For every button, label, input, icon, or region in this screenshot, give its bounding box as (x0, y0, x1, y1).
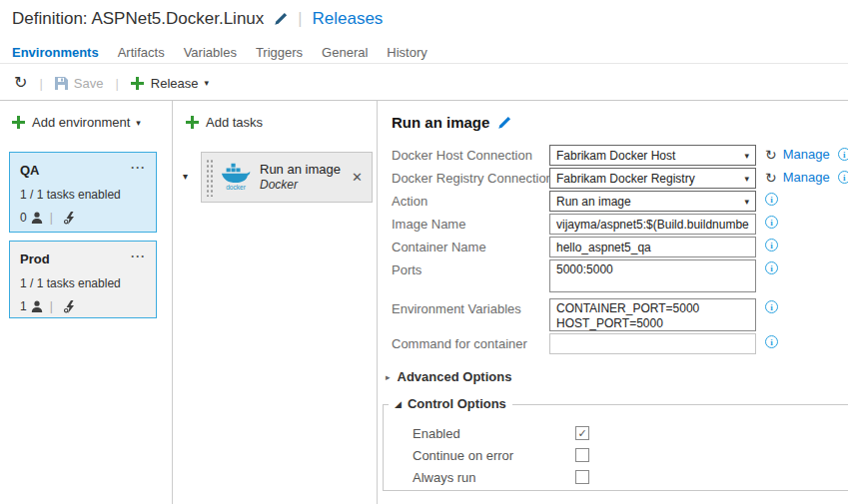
checkbox-row-enabled: Enabled ✓ (413, 425, 589, 441)
tab-environments[interactable]: Environments (12, 45, 99, 60)
approver-icon (31, 212, 43, 224)
info-icon[interactable]: i (765, 335, 778, 348)
tab-general[interactable]: General (322, 45, 368, 60)
svg-text:docker: docker (226, 184, 247, 191)
chevron-down-icon: ▾ (744, 197, 749, 207)
plus-icon (12, 116, 25, 129)
tab-triggers[interactable]: Triggers (256, 45, 303, 60)
info-icon[interactable]: i (765, 261, 778, 274)
releases-link[interactable]: Releases (312, 9, 383, 29)
advanced-options-label: Advanced Options (398, 369, 512, 384)
task-form-header: Run an image (392, 114, 511, 131)
field-label: Ports (392, 262, 422, 277)
refresh-button[interactable]: ↻ (14, 75, 27, 91)
enabled-checkbox[interactable]: ✓ (575, 426, 589, 440)
control-options-label: Control Options (408, 396, 506, 411)
toolbar: ↻ | Save | Release ▾ (0, 66, 848, 101)
rename-task-icon[interactable] (497, 116, 511, 130)
release-button[interactable]: Release ▾ (131, 76, 209, 91)
checkbox-label: Continue on error (413, 448, 575, 463)
field-label: Image Name (392, 217, 465, 232)
environment-card-qa[interactable]: QA ··· 1 / 1 tasks enabled 0 | (9, 152, 157, 233)
add-tasks-button[interactable]: Add tasks (186, 115, 263, 130)
field-label: Docker Host Connection (392, 148, 532, 163)
collapsed-triangle-icon: ▸ (386, 372, 391, 382)
environment-status-row: 1 | (20, 299, 146, 313)
refresh-connections-icon[interactable]: ↻ (765, 171, 777, 185)
plus-icon (131, 77, 144, 90)
environment-tasks-summary: 1 / 1 tasks enabled (20, 188, 146, 202)
tab-artifacts[interactable]: Artifacts (118, 45, 165, 60)
environment-tasks-summary: 1 / 1 tasks enabled (20, 276, 146, 290)
approver-count: 0 (20, 211, 27, 225)
plus-icon (186, 116, 199, 129)
field-label: Action (392, 194, 427, 209)
save-label: Save (74, 76, 104, 91)
advanced-options-section-toggle[interactable]: ▸ Advanced Options (386, 369, 511, 384)
container-name-input[interactable] (549, 237, 756, 257)
icon-divider: | (50, 211, 53, 225)
save-icon (55, 77, 68, 90)
page-header: Definition: ASPNet5.Docker.Linux | Relea… (12, 9, 383, 29)
release-label: Release (151, 76, 199, 91)
approver-icon (31, 300, 43, 312)
info-icon[interactable]: i (765, 216, 778, 229)
info-icon[interactable]: i (838, 148, 848, 161)
environment-name: Prod (20, 252, 50, 266)
panel-divider (172, 101, 173, 504)
selected-value: Fabrikam Docker Host (556, 149, 675, 163)
panel-divider (377, 101, 378, 504)
environment-menu-button[interactable]: ··· (131, 163, 146, 173)
environment-card-prod[interactable]: Prod ··· 1 / 1 tasks enabled 1 | (9, 241, 157, 318)
save-button[interactable]: Save (55, 76, 104, 91)
manage-link[interactable]: Manage (783, 170, 830, 185)
page-title: Definition: ASPNet5.Docker.Linux (12, 9, 264, 29)
manage-link[interactable]: Manage (783, 147, 830, 162)
environment-status-row: 0 | (20, 211, 146, 225)
checkbox-row-continue-on-error: Continue on error (413, 447, 589, 463)
docker-icon: docker (220, 160, 252, 196)
checkbox-row-always-run: Always run (413, 469, 589, 485)
docker-host-connection-select[interactable]: Fabrikam Docker Host ▾ (549, 145, 756, 166)
add-environment-button[interactable]: Add environment ▾ (12, 115, 141, 130)
info-icon[interactable]: i (838, 171, 848, 184)
environment-menu-button[interactable]: ··· (131, 252, 146, 261)
environment-name: QA (20, 163, 40, 178)
icon-divider: | (50, 299, 53, 313)
chevron-down-icon: ▾ (744, 174, 749, 184)
chevron-down-icon: ▾ (136, 118, 141, 128)
edit-definition-name-icon[interactable] (274, 12, 288, 26)
tab-variables[interactable]: Variables (184, 45, 237, 60)
task-card-run-an-image[interactable]: docker Run an image Docker ✕ (201, 152, 373, 203)
remove-task-icon[interactable]: ✕ (352, 170, 363, 185)
checkbox-label: Always run (413, 470, 575, 485)
command-for-container-input[interactable] (549, 333, 756, 354)
ports-textarea[interactable]: 5000:5000 (549, 259, 756, 292)
add-tasks-label: Add tasks (206, 115, 263, 130)
info-icon[interactable]: i (765, 300, 778, 313)
docker-registry-connection-select[interactable]: Fabrikam Docker Registry ▾ (549, 168, 756, 189)
action-select[interactable]: Run an image ▾ (549, 191, 756, 212)
trigger-icon (64, 300, 76, 313)
continue-on-error-checkbox[interactable] (575, 448, 589, 462)
info-icon[interactable]: i (765, 193, 778, 206)
toolbar-divider: | (115, 76, 118, 91)
image-name-input[interactable] (549, 214, 756, 235)
info-icon[interactable]: i (765, 239, 778, 252)
tab-history[interactable]: History (387, 45, 426, 60)
control-options-section-toggle[interactable]: ◢ Control Options (389, 396, 512, 411)
task-group-collapse-caret[interactable]: ▾ (183, 171, 188, 182)
title-divider: | (298, 10, 302, 28)
field-label: Command for container (392, 336, 527, 351)
chevron-down-icon: ▾ (744, 151, 749, 161)
tabs-underline (0, 63, 848, 64)
field-label: Docker Registry Connection (392, 171, 553, 186)
always-run-checkbox[interactable] (575, 470, 589, 484)
refresh-connections-icon[interactable]: ↻ (765, 148, 777, 162)
environment-variables-textarea[interactable]: CONTAINER_PORT=5000 HOST_PORT=5000 (549, 298, 756, 331)
approver-count: 1 (20, 299, 27, 313)
checkbox-label: Enabled (413, 426, 575, 441)
field-label: Container Name (392, 240, 486, 254)
task-title: Run an image (260, 162, 341, 178)
drag-handle[interactable] (206, 159, 213, 197)
